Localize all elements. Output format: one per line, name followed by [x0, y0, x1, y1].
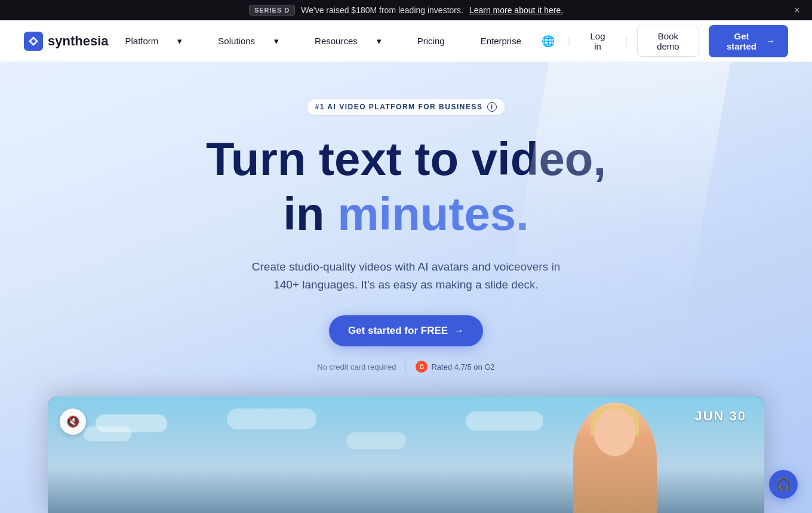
presenter-avatar	[573, 403, 657, 513]
hero-badge: #1 AI VIDEO PLATFORM FOR BUSINESS i	[306, 98, 506, 116]
nav-links: Platform ▾ Solutions ▾ Resources ▾ Prici…	[109, 26, 539, 56]
info-icon[interactable]: i	[487, 102, 497, 112]
hero-meta: No credit card required G Rated 4.7/5 on…	[317, 361, 494, 373]
g2-logo-icon: G	[416, 361, 427, 373]
arrow-right-icon: →	[454, 325, 464, 337]
nav-resources[interactable]: Resources ▾	[298, 26, 398, 56]
logo-text: synthesia	[48, 33, 109, 49]
support-widget[interactable]: 🎧	[769, 470, 798, 499]
nav-platform[interactable]: Platform ▾	[109, 26, 199, 56]
nav-right: 🌐 | Log in | Book demo Get started →	[538, 25, 788, 57]
hero-heading-line1: Turn text to video,	[206, 134, 606, 185]
main-nav: synthesia Platform ▾ Solutions ▾ Resourc…	[0, 20, 812, 62]
chevron-down-icon: ▾	[266, 31, 287, 51]
mute-icon: 🔇	[66, 415, 79, 428]
cloud-decoration	[466, 411, 543, 431]
announcement-link[interactable]: Learn more about it here.	[469, 5, 563, 15]
arrow-right-icon: →	[766, 36, 775, 46]
login-button[interactable]: Log in	[580, 26, 616, 56]
announcement-text: We've raised $180M from leading investor…	[301, 5, 463, 15]
cloud-decoration	[227, 408, 316, 429]
language-button[interactable]: 🌐	[538, 31, 558, 51]
video-date-overlay: JUN 30	[694, 408, 746, 424]
nav-pricing[interactable]: Pricing	[401, 26, 462, 56]
close-button[interactable]: ×	[793, 5, 800, 16]
nav-solutions[interactable]: Solutions ▾	[201, 26, 296, 56]
logo[interactable]: synthesia	[24, 32, 109, 51]
chevron-down-icon: ▾	[169, 31, 190, 51]
nav-enterprise[interactable]: Enterprise	[464, 26, 538, 56]
meta-divider	[405, 362, 406, 371]
chevron-down-icon: ▾	[368, 31, 390, 51]
hero-video[interactable]: JUN 30 🔇	[48, 397, 764, 513]
presenter-face	[594, 408, 636, 456]
series-badge: SERIES D	[249, 5, 295, 16]
hero-heading-line2: in minutes.	[283, 189, 529, 240]
hero-section: #1 AI VIDEO PLATFORM FOR BUSINESS i Turn…	[0, 62, 812, 513]
globe-icon: 🌐	[542, 35, 555, 47]
hero-subheading: Create studio-quality videos with AI ava…	[239, 258, 573, 294]
synthesia-logo-icon	[24, 32, 43, 51]
no-credit-text: No credit card required	[317, 363, 396, 371]
announcement-bar: SERIES D We've raised $180M from leading…	[0, 0, 812, 20]
book-demo-button[interactable]: Book demo	[637, 26, 699, 57]
cloud-decoration	[84, 426, 131, 441]
headphones-icon: 🎧	[776, 477, 791, 492]
g2-rating: G Rated 4.7/5 on G2	[416, 361, 494, 373]
cloud-decoration	[346, 432, 406, 449]
get-started-button[interactable]: Get started →	[709, 25, 788, 57]
hero-cta-button[interactable]: Get started for FREE →	[329, 315, 483, 346]
